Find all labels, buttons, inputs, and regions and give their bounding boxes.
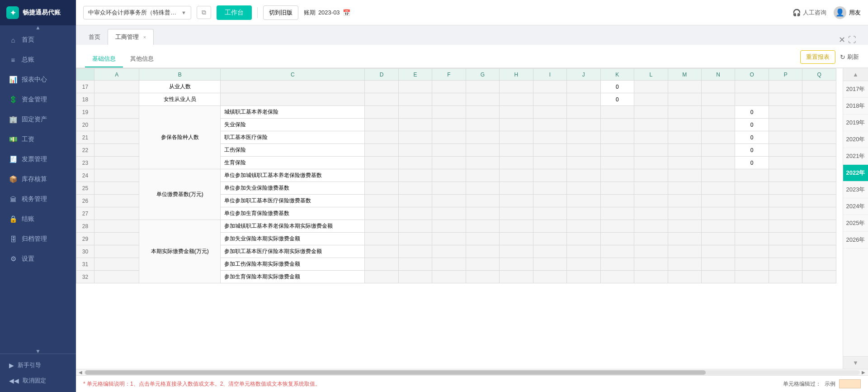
sidebar-item-ledger[interactable]: ≡ 总账	[0, 50, 76, 70]
spreadsheet[interactable]: A B C D E F G H I J	[76, 68, 843, 369]
cell-29-d[interactable]	[365, 233, 398, 245]
cell-18-p[interactable]	[769, 93, 802, 106]
cell-30-n[interactable]	[701, 245, 735, 258]
cell-17-a[interactable]	[94, 81, 139, 93]
cell-22-l[interactable]	[634, 144, 668, 157]
cell-32-j[interactable]	[567, 271, 600, 283]
expand-page-button[interactable]: ⛶	[848, 35, 856, 45]
company-selector[interactable]: 中审众环会计师事务所（特殊普通合伙... ▼	[83, 6, 191, 19]
cell-31-l[interactable]	[634, 258, 668, 271]
cell-32-f[interactable]	[432, 271, 466, 283]
cell-18-a[interactable]	[94, 93, 139, 106]
cell-23-m[interactable]	[668, 157, 701, 169]
cell-28-p[interactable]	[769, 220, 802, 233]
cell-31-p[interactable]	[769, 258, 802, 271]
cell-20-f[interactable]	[432, 119, 466, 131]
cell-30-m[interactable]	[668, 245, 701, 258]
cell-19-a[interactable]	[94, 106, 139, 119]
cell-24-h[interactable]	[500, 169, 533, 182]
cell-23-o[interactable]: 0	[735, 157, 769, 169]
cell-18-l[interactable]	[634, 93, 668, 106]
year-2022[interactable]: 2022年	[843, 165, 868, 182]
cell-31-m[interactable]	[668, 258, 701, 271]
cell-28-g[interactable]	[466, 220, 499, 233]
cell-21-i[interactable]	[533, 131, 566, 144]
cell-23-i[interactable]	[533, 157, 566, 169]
cell-25-o[interactable]	[735, 182, 769, 195]
cell-20-i[interactable]	[533, 119, 566, 131]
cell-19-k[interactable]	[600, 106, 634, 119]
cell-27-p[interactable]	[769, 207, 802, 220]
cell-31-q[interactable]	[802, 258, 836, 271]
cell-27-o[interactable]	[735, 207, 769, 220]
cell-32-g[interactable]	[466, 271, 499, 283]
cell-21-l[interactable]	[634, 131, 668, 144]
cell-27-i[interactable]	[533, 207, 566, 220]
cell-18-e[interactable]	[398, 93, 432, 106]
cell-22-p[interactable]	[769, 144, 802, 157]
cell-19-m[interactable]	[668, 106, 701, 119]
cell-20-h[interactable]	[500, 119, 533, 131]
cell-31-d[interactable]	[365, 258, 398, 271]
sidebar-item-invoices[interactable]: 🧾 发票管理	[0, 149, 76, 169]
cell-25-p[interactable]	[769, 182, 802, 195]
tab-bizmanage[interactable]: 工商管理 ×	[108, 29, 154, 45]
sidebar-item-wages[interactable]: 💵 工资	[0, 129, 76, 149]
cell-22-d[interactable]	[365, 144, 398, 157]
cell-29-f[interactable]	[432, 233, 466, 245]
cell-18-k[interactable]: 0	[600, 93, 634, 106]
sidebar-item-close[interactable]: 🔒 结账	[0, 209, 76, 229]
cell-24-l[interactable]	[634, 169, 668, 182]
cell-25-i[interactable]	[533, 182, 566, 195]
cell-26-e[interactable]	[398, 195, 432, 207]
cell-18-h[interactable]	[500, 93, 533, 106]
cell-23-a[interactable]	[94, 157, 139, 169]
cell-21-m[interactable]	[668, 131, 701, 144]
sidebar-item-home[interactable]: ⌂ 首页	[0, 30, 76, 50]
cell-19-p[interactable]	[769, 106, 802, 119]
cell-26-a[interactable]	[94, 195, 139, 207]
cell-23-f[interactable]	[432, 157, 466, 169]
cell-29-g[interactable]	[466, 233, 499, 245]
cell-24-k[interactable]	[600, 169, 634, 182]
cell-28-i[interactable]	[533, 220, 566, 233]
cell-28-a[interactable]	[94, 220, 139, 233]
copy-button[interactable]: ⧉	[197, 6, 211, 19]
cell-21-d[interactable]	[365, 131, 398, 144]
cell-26-n[interactable]	[701, 195, 735, 207]
cell-25-d[interactable]	[365, 182, 398, 195]
cell-22-o[interactable]: 0	[735, 144, 769, 157]
cell-21-j[interactable]	[567, 131, 600, 144]
cell-19-h[interactable]	[500, 106, 533, 119]
cell-24-e[interactable]	[398, 169, 432, 182]
cell-32-c[interactable]: 参加生育保险本期实际缴费金额	[221, 271, 365, 283]
sidebar-scroll-up[interactable]: ▲	[0, 25, 76, 30]
cell-20-m[interactable]	[668, 119, 701, 131]
cell-17-e[interactable]	[398, 81, 432, 93]
cell-26-o[interactable]	[735, 195, 769, 207]
cell-31-o[interactable]	[735, 258, 769, 271]
tab-close-icon[interactable]: ×	[143, 34, 146, 40]
cell-19-n[interactable]	[701, 106, 735, 119]
cell-17-o[interactable]	[735, 81, 769, 93]
year-2017[interactable]: 2017年	[843, 81, 868, 98]
cell-30-d[interactable]	[365, 245, 398, 258]
sidebar-item-settings[interactable]: ⚙ 设置	[0, 249, 76, 269]
cell-20-e[interactable]	[398, 119, 432, 131]
cell-30-c[interactable]: 参加职工基本医疗保险本期实际缴费金额	[221, 245, 365, 258]
cell-32-p[interactable]	[769, 271, 802, 283]
cell-20-g[interactable]	[466, 119, 499, 131]
cell-30-a[interactable]	[94, 245, 139, 258]
cell-23-d[interactable]	[365, 157, 398, 169]
cell-25-n[interactable]	[701, 182, 735, 195]
sidebar-item-assets[interactable]: 🏢 固定资产	[0, 110, 76, 129]
cell-18-f[interactable]	[432, 93, 466, 106]
cell-20-k[interactable]	[600, 119, 634, 131]
cell-32-q[interactable]	[802, 271, 836, 283]
year-2021[interactable]: 2021年	[843, 148, 868, 165]
cell-27-e[interactable]	[398, 207, 432, 220]
cell-31-g[interactable]	[466, 258, 499, 271]
cell-25-l[interactable]	[634, 182, 668, 195]
cell-21-g[interactable]	[466, 131, 499, 144]
cell-24-n[interactable]	[701, 169, 735, 182]
